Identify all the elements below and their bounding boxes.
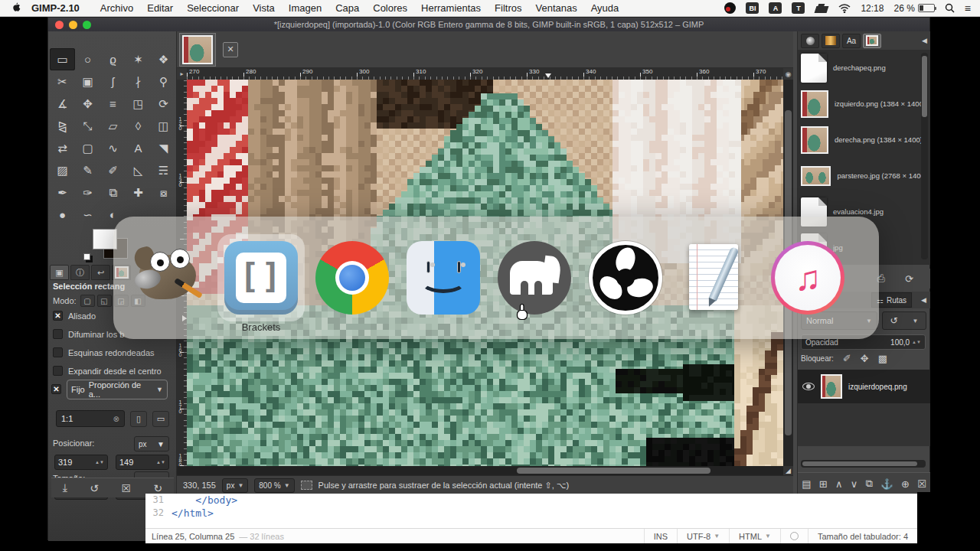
spinner-arrows-icon[interactable]: ▲▼ [95,461,104,465]
menubar-app-name[interactable]: GIMP-2.10 [31,2,80,14]
adobe-icon[interactable]: A [769,2,782,14]
code-line[interactable]: 32 </html> [145,507,917,520]
obs-status-icon[interactable] [724,2,736,14]
delete-layer-button[interactable]: ☒ [917,478,926,490]
restore-options-button[interactable]: ↺ [90,482,99,494]
blur-tool[interactable]: ● [50,204,75,226]
zoom-follow-button[interactable]: ◉ [783,68,793,80]
tool-options-tab[interactable]: ▣ [50,265,69,280]
spinner-arrows-icon[interactable]: ▲▼ [156,461,165,465]
warp-transform-tool[interactable]: ∿ [100,137,126,159]
checkbox-box[interactable] [53,366,63,376]
code-editor[interactable]: 31 </body> 32 </html> [145,494,917,528]
menubar-item[interactable]: Archivo [93,2,140,14]
select-by-color-tool[interactable]: ❖ [151,48,176,70]
fixed-dropdown[interactable]: Fijo Proporción de a... ▼ [67,380,168,399]
unit-dropdown[interactable]: px▼ [222,478,248,493]
lint-status-icon[interactable] [780,529,808,543]
code-line[interactable]: 31 </body> [145,494,917,507]
undo-history-tab[interactable]: ↩ [91,265,110,280]
navigation-button[interactable]: ◢ [783,466,793,475]
perspective-clone-tool[interactable]: ⧇ [151,181,176,204]
mamp-app-icon[interactable] [498,241,571,315]
new-layer-group-button[interactable]: ⊞ [819,478,828,490]
scissors-select-tool[interactable]: ✂ [50,70,75,93]
collapse-icon[interactable]: ◀ [921,296,926,304]
raise-layer-button[interactable]: ∧ [835,478,843,490]
menubar-item[interactable]: Colores [366,2,414,14]
ink-tool[interactable]: ✒ [50,181,75,204]
document-history-item[interactable]: derecha.png (1384 × 1400) [798,122,930,158]
merge-down-button[interactable]: ⊕ [901,478,910,490]
landscape-button[interactable]: ▭ [152,411,169,427]
menubar-item[interactable]: Herramientas [414,2,488,14]
menubar-item[interactable]: Capa [328,2,366,14]
foreground-select-tool[interactable]: ▣ [75,70,100,93]
smudge-tool[interactable]: ∽ [75,204,100,226]
lock-alpha-icon[interactable]: ▩ [878,353,887,364]
cage-transform-tool[interactable]: ▢ [75,137,100,159]
color-picker-tool[interactable]: ∤ [126,70,151,93]
scrollbar-thumb[interactable] [922,56,927,117]
rectangle-select-tool[interactable]: ▭ [50,48,75,70]
aspect-ratio-input[interactable]: 1:1 ⊗ [56,410,125,427]
bucket-fill-tool[interactable]: ◥ [151,137,176,159]
move-tool[interactable]: ✥ [75,93,100,115]
close-image-icon[interactable]: ✕ [223,42,238,57]
itunes-app-icon[interactable]: ♫ [771,241,844,315]
wifi-icon[interactable] [838,4,851,13]
position-x-spinner[interactable]: 319▲▼ [54,455,108,470]
save-options-button[interactable]: ⤓ [63,481,67,494]
portrait-button[interactable]: ▯ [130,411,147,427]
crop-tool[interactable]: ◳ [126,93,151,115]
finder-app-icon[interactable] [407,241,480,315]
mode-switch-dropdown[interactable]: ↺▼ [882,311,926,330]
delete-options-button[interactable]: ☒ [122,482,132,494]
default-colors-icon[interactable] [83,253,90,260]
scale-tool[interactable]: ⤡ [75,115,100,137]
tab-size-setting[interactable]: Tamaño del tabulador: 4 [808,529,917,543]
mode-replace-button[interactable]: ▢ [80,295,95,307]
gradients-tab[interactable] [822,34,840,48]
mode-add-button[interactable]: ◱ [97,295,112,307]
clear-icon[interactable]: ⊗ [113,415,119,423]
stack-icon[interactable] [815,3,828,13]
layer-visibility-icon[interactable] [802,383,815,390]
duplicate-layer-button[interactable]: ⧉ [866,478,873,490]
align-tool[interactable]: ≡ [100,93,126,115]
notification-center-icon[interactable]: ≡ [965,2,971,15]
menubar-item[interactable]: Ayuda [584,2,626,14]
position-y-spinner[interactable]: 149▲▼ [116,455,169,470]
document-history-tab[interactable] [863,34,881,48]
menubar-item[interactable]: Filtros [488,2,528,14]
paths-tool[interactable]: ʃ [100,70,126,93]
menubar-item[interactable]: Editar [140,2,180,14]
scrollbar-thumb[interactable] [802,461,917,466]
document-history-item[interactable]: parstereo.jpg (2768 × 1400) [798,158,930,194]
horizontal-scrollbar[interactable] [177,466,783,475]
menubar-item[interactable]: Vista [246,2,282,14]
scrollbar-thumb[interactable] [517,468,710,474]
textedit-app-icon[interactable] [680,241,753,315]
free-select-tool[interactable]: ϱ [100,48,126,70]
eraser-tool[interactable]: ◺ [126,159,151,181]
reset-options-button[interactable]: ↻ [154,482,163,494]
t-icon[interactable]: T [792,2,805,14]
rotate-tool[interactable]: ⧎ [50,115,75,137]
checkbox-box[interactable] [53,329,63,339]
antialias-checkbox[interactable]: ✕ Alisado [53,311,96,321]
gimp-titlebar[interactable]: *[izquierdopeq] (importada)-1.0 (Color R… [48,18,929,31]
insert-mode-indicator[interactable]: INS [644,529,677,543]
gimp-app-icon[interactable] [133,241,207,315]
language-dropdown[interactable]: HTML▼ [729,529,780,543]
fixed-checkbox[interactable]: ✕ [51,384,61,394]
gradient-tool[interactable]: ▨ [50,159,75,181]
clone-tool[interactable]: ⧉ [100,181,126,204]
zoom-tool[interactable]: ⚲ [151,70,176,93]
refresh-icon[interactable]: ⟳ [905,273,913,285]
fuzzy-select-tool[interactable]: ✶ [126,48,151,70]
position-unit-dropdown[interactable]: px▼ [134,436,169,452]
spotlight-icon[interactable] [945,3,955,13]
device-status-tab[interactable]: ⓘ [70,265,90,280]
encoding-dropdown[interactable]: UTF-8▼ [677,529,729,543]
